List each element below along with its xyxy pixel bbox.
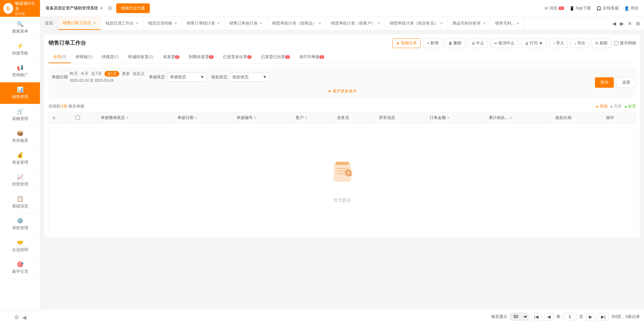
nav-icon-8: 📋 xyxy=(17,196,24,202)
date-today[interactable]: 今天 xyxy=(81,71,89,77)
tabs-next-btn[interactable]: ▶ xyxy=(619,20,625,27)
add-btn[interactable]: + 新增 xyxy=(423,38,442,48)
sub-tab-4[interactable]: 未发货0 xyxy=(158,51,184,63)
tab-0[interactable]: 首页 xyxy=(40,17,58,30)
sidebar-item-10[interactable]: 🤝企业协同 xyxy=(0,235,40,257)
sidebar-item-7[interactable]: 📈经营管理 xyxy=(0,170,40,192)
tab-close-5[interactable]: ✕ xyxy=(260,22,262,25)
void-btn[interactable]: ● 充审 xyxy=(610,104,622,109)
tab-1[interactable]: 销售订单工作台✕ xyxy=(58,17,101,30)
ship-btn[interactable]: ● 发货 xyxy=(625,104,636,109)
tab-close-4[interactable]: ✕ xyxy=(217,22,220,25)
table-scroll-area[interactable]: ⚙ 单据整体状态 ⇅ 单据日期 ⇅ 单据编号 ⇅ 客户 ⇅ 业务员 异常信息 订… xyxy=(48,112,636,233)
sidebar-item-5[interactable]: 📦库存核算 xyxy=(0,126,40,148)
tab-6[interactable]: 销货单统计表（按商品）✕ xyxy=(267,17,326,30)
sidebar-item-6[interactable]: 💰资金管理 xyxy=(0,148,40,170)
stop-btn[interactable]: ⊘ 中止 xyxy=(468,38,488,48)
message-btn[interactable]: ✉ 消息 6 xyxy=(545,5,564,11)
date-more[interactable]: 更多 xyxy=(122,71,130,77)
user-btn[interactable]: 👤 用友 xyxy=(624,5,639,11)
sub-tab-1[interactable]: 待审核(0) xyxy=(71,51,97,63)
tab-close-3[interactable]: ✕ xyxy=(174,22,177,25)
tab-9[interactable]: 商品毛利分析表✕ xyxy=(448,17,490,30)
page-input[interactable] xyxy=(563,313,576,320)
set-btn[interactable]: 设置 xyxy=(616,77,636,88)
audit-btn[interactable]: ● 审核 xyxy=(596,104,607,109)
date-7days[interactable]: 近7天 xyxy=(91,71,102,77)
sidebar-item-1[interactable]: ⚡快捷导航 xyxy=(0,39,40,60)
th-checkbox[interactable] xyxy=(72,112,97,124)
sort-icon-6[interactable]: ⇅ xyxy=(447,116,450,120)
tab-7[interactable]: 销货单统计表（按客户）✕ xyxy=(326,17,385,30)
tabs-prev-btn[interactable]: ◀ xyxy=(611,20,617,27)
sidebar-item-9[interactable]: ⚙️系统管理 xyxy=(0,213,40,235)
show-detail-input[interactable] xyxy=(614,41,618,45)
delete-btn[interactable]: 🗑 删除 xyxy=(445,38,465,48)
tab-close-10[interactable]: ✕ xyxy=(517,22,519,25)
nav-label-7: 经营管理 xyxy=(12,181,28,187)
sort-icon-2[interactable]: ⇅ xyxy=(254,116,256,120)
sub-tab-label-8: 未打印单据 xyxy=(299,54,319,59)
first-page-btn[interactable]: |◀ xyxy=(531,313,542,321)
import-btn[interactable]: ↑ 导入 xyxy=(549,38,568,48)
export-btn[interactable]: ↓ 导出 xyxy=(570,38,589,48)
sub-tab-6[interactable]: 已发货未出库0 xyxy=(218,51,257,63)
tab-close-9[interactable]: ✕ xyxy=(483,22,485,25)
date-custom[interactable]: 自定义 xyxy=(133,71,145,77)
tabs-expand-btn[interactable]: ⊞ xyxy=(635,20,641,27)
sort-icon-1[interactable]: ⇅ xyxy=(195,116,197,120)
expand-filters-btn[interactable]: ▼ 展开更多条件 xyxy=(328,88,357,94)
tab-5[interactable]: 销售订单执行表✕ xyxy=(225,17,267,30)
sub-tab-7[interactable]: 已发货已出库0 xyxy=(256,51,295,63)
select-all-checkbox[interactable] xyxy=(76,115,80,120)
page-size-select[interactable]: 20 50 100 xyxy=(510,313,528,321)
status-select[interactable]: 单据状态 ▼ xyxy=(167,73,207,82)
tab-8[interactable]: 销货单统计表（按业务员）✕ xyxy=(385,17,448,30)
tabs-close-btn[interactable]: ✕ xyxy=(627,20,633,27)
sub-tab-3[interactable]: 旺铺待发货(0) xyxy=(124,51,158,63)
app-download-btn[interactable]: 📱 App下载 xyxy=(569,5,591,11)
sidebar-item-0[interactable]: 🔍搜索菜单 xyxy=(0,17,40,39)
refresh-btn[interactable]: ↻ 刷新 xyxy=(592,38,611,48)
prev-page-btn[interactable]: ◀ xyxy=(544,313,554,321)
sidebar-item-4[interactable]: 🛒采购管理 xyxy=(0,104,40,126)
collapse-icon[interactable]: ◀ xyxy=(22,314,26,321)
sort-icon-3[interactable]: ⇅ xyxy=(305,116,307,120)
cancel-stop-btn[interactable]: ↩ 取消中止 xyxy=(490,38,518,48)
next-page-btn[interactable]: ▶ xyxy=(586,313,595,321)
sidebar-item-11[interactable]: 🎯新手引导 xyxy=(0,257,40,279)
smart-create-btn[interactable]: ★ 智能生单 xyxy=(392,38,421,48)
tab-10[interactable]: 销售毛利...✕ xyxy=(490,17,524,30)
tab-close-2[interactable]: ✕ xyxy=(136,22,138,25)
tab-4[interactable]: 销售订单统计表✕ xyxy=(182,17,225,30)
sub-tab-0[interactable]: 全部(0) xyxy=(48,51,71,63)
tab-3[interactable]: 钱货日清对账✕ xyxy=(143,17,182,30)
payment-select[interactable]: 收款状态 ▼ xyxy=(229,73,270,82)
print-btn[interactable]: 🖨 打印 ▼ xyxy=(521,38,547,48)
query-btn[interactable]: 查询 xyxy=(595,77,614,88)
sub-tab-8[interactable]: 未打印单据0 xyxy=(295,51,329,63)
sidebar-item-2[interactable]: 📢营销推广 xyxy=(0,60,40,82)
sub-tab-2[interactable]: 待拣货(0) xyxy=(97,51,124,63)
date-yesterday[interactable]: 昨天 xyxy=(70,71,78,77)
tab-close-1[interactable]: ✕ xyxy=(93,21,96,25)
show-detail-checkbox[interactable]: 显示明细 xyxy=(614,40,636,46)
system-title[interactable]: 装备及固定资产辅助管理系统 ▼ xyxy=(46,5,103,11)
sidebar-item-3[interactable]: 📊销售管理 xyxy=(0,82,40,104)
sort-icon-7[interactable]: ⇅ xyxy=(510,116,512,120)
settings-icon[interactable]: ⚙ xyxy=(14,314,19,321)
online-service-btn[interactable]: 🎧 在线客服 xyxy=(596,5,619,11)
industry-btn[interactable]: 体验行业方案 xyxy=(116,3,150,13)
last-page-btn[interactable]: ▶| xyxy=(598,313,608,321)
date-1month[interactable]: 近1月 xyxy=(104,71,119,77)
tab-close-8[interactable]: ✕ xyxy=(440,22,443,25)
plus-icon: + xyxy=(427,41,429,46)
th-gear[interactable]: ⚙ xyxy=(49,112,72,124)
tab-close-6[interactable]: ✕ xyxy=(318,22,321,25)
gear-icon[interactable]: ⚙ xyxy=(108,5,112,11)
sub-tab-5[interactable]: 到期未发货0 xyxy=(184,51,218,63)
tab-2[interactable]: 钱货日清工作台✕ xyxy=(101,17,143,30)
sort-icon-0[interactable]: ⇅ xyxy=(126,116,129,120)
tab-close-7[interactable]: ✕ xyxy=(377,22,380,25)
sidebar-item-8[interactable]: 📋基础信息 xyxy=(0,192,40,213)
